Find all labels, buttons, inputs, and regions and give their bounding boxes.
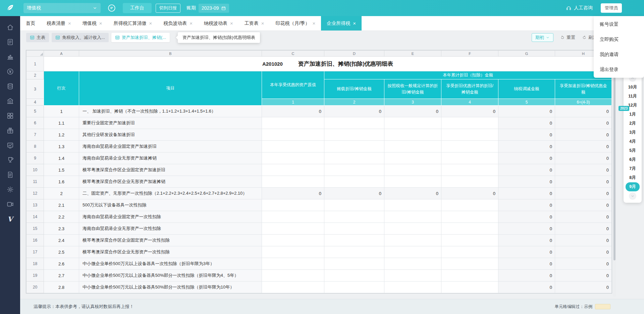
switch-daily-button[interactable]: 切到日报	[156, 4, 180, 13]
cell-value[interactable]	[324, 211, 384, 223]
workbench-button[interactable]: 工作台	[123, 3, 152, 13]
cell-value[interactable]	[384, 246, 441, 258]
month-item[interactable]: 5月	[626, 146, 640, 155]
cell-value[interactable]	[324, 270, 384, 281]
cell-value[interactable]	[262, 176, 324, 188]
cell-value[interactable]	[262, 129, 324, 141]
cell-value[interactable]	[441, 223, 498, 235]
cell-value[interactable]	[441, 129, 498, 141]
cell-value[interactable]	[324, 117, 384, 129]
close-icon[interactable]: ×	[68, 21, 71, 26]
cell-value[interactable]	[262, 223, 324, 235]
settings-icon[interactable]	[6, 186, 14, 193]
close-icon[interactable]: ×	[353, 21, 356, 26]
cell-value[interactable]	[384, 164, 441, 176]
menu-item[interactable]: 我的邀请	[594, 47, 644, 62]
cell-value[interactable]	[262, 258, 324, 270]
cell-value[interactable]	[262, 199, 324, 211]
gift-icon[interactable]	[6, 127, 14, 134]
cell-value[interactable]	[384, 258, 441, 270]
cell-value[interactable]	[441, 258, 498, 270]
column-header[interactable]: D	[324, 51, 384, 57]
period-picker[interactable]: 2023-09	[199, 4, 229, 13]
cell-value[interactable]	[262, 211, 324, 223]
cell-value[interactable]	[384, 270, 441, 281]
cell-value[interactable]	[262, 117, 324, 129]
menu-item[interactable]: 账号设置	[594, 17, 644, 32]
column-header[interactable]: C	[262, 51, 324, 57]
modules-icon[interactable]	[6, 112, 14, 120]
close-icon[interactable]: ×	[149, 21, 152, 26]
cell-value[interactable]	[384, 141, 441, 152]
cell-value[interactable]	[262, 152, 324, 164]
cell-value[interactable]	[262, 141, 324, 152]
month-item[interactable]: 3月	[626, 128, 640, 137]
cell-value[interactable]	[441, 211, 498, 223]
tab-item[interactable]: 所得税汇算清缴×	[108, 16, 158, 30]
close-icon[interactable]: ×	[99, 21, 102, 26]
cell-value[interactable]	[441, 246, 498, 258]
month-item[interactable]: 9月	[626, 182, 640, 191]
tab-item[interactable]: 首页	[20, 16, 41, 30]
cell-value[interactable]	[441, 176, 498, 188]
month-item[interactable]: 10月	[626, 83, 640, 92]
cell-value[interactable]	[441, 281, 498, 293]
cell-value[interactable]	[441, 152, 498, 164]
column-header[interactable]: B	[79, 51, 262, 57]
tab-item[interactable]: 税表清册×	[41, 16, 77, 30]
column-header[interactable]: G	[498, 51, 555, 57]
column-header[interactable]: F	[441, 51, 498, 57]
vertical-scrollbar[interactable]	[613, 50, 616, 297]
period-filter-button[interactable]: 期初	[532, 33, 553, 42]
select-all-corner[interactable]	[26, 51, 44, 57]
cell-value[interactable]	[384, 176, 441, 188]
service-icon[interactable]	[6, 156, 14, 164]
support-link[interactable]: 人工咨询	[566, 5, 593, 11]
cell-value[interactable]	[384, 117, 441, 129]
app-logo-icon[interactable]	[0, 0, 20, 16]
tax-type-dropdown[interactable]: 增值税	[23, 3, 101, 13]
cell-value[interactable]	[324, 164, 384, 176]
tab-item[interactable]: 税负波动表×	[158, 16, 198, 30]
close-icon[interactable]: ×	[312, 21, 315, 26]
close-icon[interactable]: ×	[230, 21, 233, 26]
cell-value[interactable]	[384, 152, 441, 164]
cell-value[interactable]	[441, 117, 498, 129]
cell-value[interactable]	[324, 281, 384, 293]
cell-value[interactable]	[324, 129, 384, 141]
notice-icon[interactable]	[107, 4, 116, 12]
menu-item[interactable]: 立即购买	[594, 32, 644, 47]
cell-value[interactable]	[262, 235, 324, 246]
cell-value[interactable]	[324, 176, 384, 188]
cell-value[interactable]	[384, 129, 441, 141]
cell-value[interactable]	[262, 164, 324, 176]
cell-value[interactable]	[262, 246, 324, 258]
cell-value[interactable]	[384, 235, 441, 246]
tab-item[interactable]: 印花税（月/季）×	[270, 16, 321, 30]
menu-item[interactable]: 退出登录	[594, 62, 644, 77]
cell-value[interactable]	[324, 246, 384, 258]
finance-icon[interactable]	[6, 68, 14, 75]
sheet-tab-main[interactable]: 主表	[26, 33, 49, 42]
cell-value[interactable]	[324, 223, 384, 235]
month-item[interactable]: 11月	[626, 92, 640, 101]
logo-v-icon[interactable]: V	[7, 215, 13, 223]
cell-value[interactable]	[324, 235, 384, 246]
cell-value[interactable]	[441, 141, 498, 152]
cell-value[interactable]	[441, 199, 498, 211]
cell-value[interactable]	[441, 270, 498, 281]
scrollbar-thumb[interactable]	[613, 58, 615, 260]
tab-item[interactable]: 增值税×	[77, 16, 108, 30]
database-icon[interactable]	[6, 82, 14, 90]
tab-item[interactable]: 工资表×	[239, 16, 270, 30]
sheet-tab-accelerated-depreciation[interactable]: 资产加速折旧、摊销(...	[111, 33, 170, 42]
cell-value[interactable]	[384, 223, 441, 235]
cell-value[interactable]	[384, 281, 441, 293]
month-item[interactable]: 8月	[626, 173, 640, 182]
cell-value[interactable]	[262, 270, 324, 281]
dashboard-icon[interactable]	[6, 141, 14, 149]
bank-icon[interactable]	[6, 97, 14, 105]
invoice-icon[interactable]	[6, 171, 14, 179]
month-item[interactable]: 6月	[626, 155, 640, 164]
month-item[interactable]: 2月	[626, 119, 640, 128]
